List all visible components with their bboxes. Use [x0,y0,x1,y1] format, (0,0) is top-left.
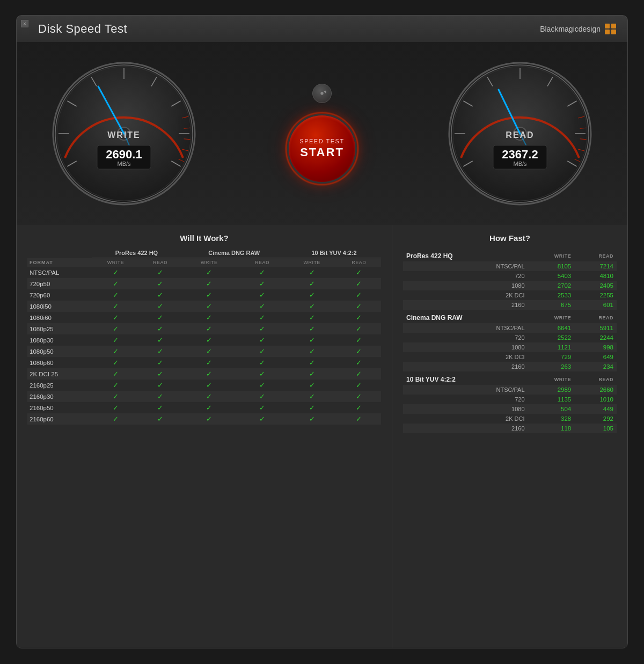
check-cell: ✓ [181,391,238,402]
will-it-work-panel: Will It Work? ProRes 422 HQ Cinema DNG R… [17,225,392,648]
check-cell: ✓ [237,267,287,278]
start-test-button[interactable]: SPEED TEST START [287,114,357,184]
close-button[interactable]: × [21,20,28,27]
checkmark-icon: ✓ [309,280,315,288]
hf-read-val: 105 [574,424,617,433]
check-cell: ✓ [287,267,337,278]
hf-section-header-row: Cinema DNG RAWWRITEREAD [403,310,617,323]
checkmark-icon: ✓ [259,302,265,310]
check-cell: ✓ [287,334,337,346]
checkmark-icon: ✓ [157,280,163,288]
cinema-write-header: WRITE [181,258,238,267]
checkmark-icon: ✓ [113,370,119,378]
checkmark-icon: ✓ [113,347,119,355]
checkmark-icon: ✓ [157,336,163,344]
check-cell: ✓ [287,278,337,289]
check-cell: ✓ [181,380,238,391]
check-cell: ✓ [337,346,381,357]
title-bar: Disk Speed Test Blackmagicdesign [17,16,627,42]
checkmark-icon: ✓ [113,280,119,288]
hf-label: 2K DCI [403,352,528,362]
hf-section-name: Cinema DNG RAW [403,310,528,323]
hf-col-write-lbl: WRITE [528,310,575,323]
check-cell: ✓ [139,278,181,289]
check-cell: ✓ [287,289,337,301]
list-item: 2160118105 [403,424,617,433]
checkmark-icon: ✓ [259,347,265,355]
format-cell: 1080p60 [27,357,92,368]
table-row: 2160p30✓✓✓✓✓✓ [27,391,381,402]
col-format-subheader: FORMAT [27,258,92,267]
hf-label: 720 [403,333,528,342]
brand-icon [605,24,617,34]
app-window: × Disk Speed Test Blackmagicdesign [16,15,628,648]
checkmark-icon: ✓ [157,313,163,322]
table-row: 1080p30✓✓✓✓✓✓ [27,334,381,346]
format-cell: 2160p25 [27,380,92,391]
check-cell: ✓ [337,368,381,380]
check-cell: ✓ [181,289,238,301]
check-cell: ✓ [139,346,181,357]
settings-button[interactable] [312,84,332,103]
checkmark-icon: ✓ [309,268,315,276]
check-cell: ✓ [139,312,181,323]
how-fast-table: ProRes 422 HQWRITEREADNTSC/PAL8105721472… [403,248,617,433]
svg-text:MB/s: MB/s [117,160,131,167]
checkmark-icon: ✓ [259,404,265,412]
check-cell: ✓ [181,357,238,368]
brand-name: Blackmagicdesign [540,25,601,33]
checkmark-icon: ✓ [309,370,315,378]
checkmark-icon: ✓ [206,370,212,378]
checkmark-icon: ✓ [309,381,315,389]
checkmark-icon: ✓ [206,392,212,400]
col-yuv-header: 10 Bit YUV 4:2:2 [287,248,381,258]
list-item: 2K DCI25332255 [403,290,617,300]
checkmark-icon: ✓ [157,291,163,299]
check-cell: ✓ [92,312,139,323]
checkmark-icon: ✓ [356,280,362,288]
checkmark-icon: ✓ [113,268,119,276]
check-cell: ✓ [337,312,381,323]
hf-label: 1080 [403,342,528,352]
checkmark-icon: ✓ [356,347,362,355]
hf-read-val: 2244 [574,333,617,342]
format-cell: 1080i60 [27,312,92,323]
checkmark-icon: ✓ [356,392,362,400]
hf-label: 2160 [403,300,528,310]
check-cell: ✓ [337,278,381,289]
check-cell: ✓ [337,391,381,402]
hf-read-val: 449 [574,404,617,414]
svg-text:WRITE: WRITE [107,130,141,140]
checkmark-icon: ✓ [206,404,212,412]
data-section: Will It Work? ProRes 422 HQ Cinema DNG R… [17,225,627,648]
brand-icon-sq-1 [605,24,610,28]
checkmark-icon: ✓ [206,381,212,389]
check-cell: ✓ [181,368,238,380]
checkmark-icon: ✓ [309,291,315,299]
check-cell: ✓ [287,357,337,368]
check-cell: ✓ [139,380,181,391]
check-cell: ✓ [287,380,337,391]
checkmark-icon: ✓ [356,325,362,333]
col-cinema-header: Cinema DNG RAW [181,248,287,258]
hf-write-val: 118 [528,424,575,433]
check-cell: ✓ [92,267,139,278]
check-cell: ✓ [337,357,381,368]
hf-label: 2160 [403,362,528,371]
table-row: 720p60✓✓✓✓✓✓ [27,289,381,301]
list-item: 72011351010 [403,395,617,404]
list-item: 10801121998 [403,342,617,352]
check-cell: ✓ [337,402,381,413]
check-cell: ✓ [92,368,139,380]
check-cell: ✓ [287,368,337,380]
format-cell: 2K DCI 25 [27,368,92,380]
check-cell: ✓ [287,312,337,323]
table-row: 1080i60✓✓✓✓✓✓ [27,312,381,323]
hf-write-val: 2522 [528,333,575,342]
hf-section-header-row: 10 Bit YUV 4:2:2WRITEREAD [403,371,617,385]
hf-label: NTSC/PAL [403,261,528,271]
write-gauge: 2690.1 MB/s WRITE [49,59,199,209]
check-cell: ✓ [92,391,139,402]
list-item: 72025222244 [403,333,617,342]
checkmark-icon: ✓ [157,302,163,310]
